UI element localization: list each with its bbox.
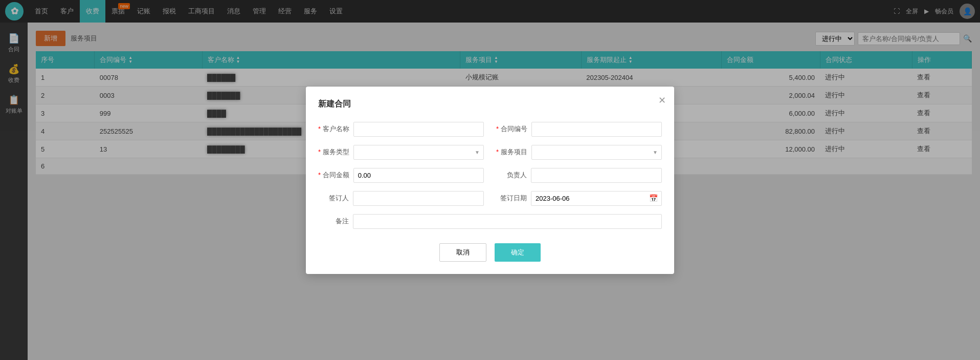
service-type-label: 服务类型: [318, 147, 349, 157]
responsible-input[interactable]: [531, 168, 662, 183]
form-row-responsible: 负责人: [496, 168, 662, 183]
confirm-button[interactable]: 确定: [495, 243, 541, 262]
sign-date-input[interactable]: [531, 191, 662, 206]
contract-no-input[interactable]: [531, 122, 662, 137]
modal-overlay[interactable]: ✕ 新建合同 客户名称 合同编号 服务类型 服务项目: [0, 0, 980, 360]
form-row-customer: 客户名称: [318, 122, 484, 137]
form-row-service-item: 服务项目: [496, 145, 662, 160]
form-row-contract-no: 合同编号: [496, 122, 662, 137]
service-item-select-wrap: [531, 145, 662, 160]
amount-label: 合同金额: [318, 171, 349, 180]
modal-dialog: ✕ 新建合同 客户名称 合同编号 服务类型 服务项目: [306, 87, 674, 274]
form-grid: 客户名称 合同编号 服务类型 服务项目: [318, 122, 662, 229]
form-row-amount: 合同金额: [318, 168, 484, 183]
sign-date-wrap: 📅: [531, 191, 662, 206]
form-row-sign-date: 签订日期 📅: [496, 191, 662, 206]
sign-date-label: 签订日期: [496, 194, 527, 203]
modal-title: 新建合同: [318, 99, 662, 110]
modal-close-button[interactable]: ✕: [658, 95, 666, 106]
cancel-button[interactable]: 取消: [439, 243, 486, 262]
service-type-select-wrap: [353, 145, 484, 160]
service-item-select[interactable]: [531, 145, 662, 160]
amount-input[interactable]: [353, 168, 484, 183]
service-item-label: 服务项目: [496, 147, 527, 157]
remark-label: 备注: [318, 217, 349, 226]
contract-no-label: 合同编号: [496, 124, 527, 134]
modal-footer: 取消 确定: [318, 243, 662, 262]
responsible-label: 负责人: [496, 171, 527, 180]
signer-input[interactable]: [353, 191, 484, 206]
form-row-remark: 备注: [318, 214, 662, 229]
service-type-select[interactable]: [353, 145, 484, 160]
customer-input[interactable]: [353, 122, 484, 137]
customer-label: 客户名称: [318, 124, 349, 134]
form-row-signer: 签订人: [318, 191, 484, 206]
remark-input[interactable]: [353, 214, 662, 229]
form-row-service-type: 服务类型: [318, 145, 484, 160]
signer-label: 签订人: [318, 194, 349, 203]
